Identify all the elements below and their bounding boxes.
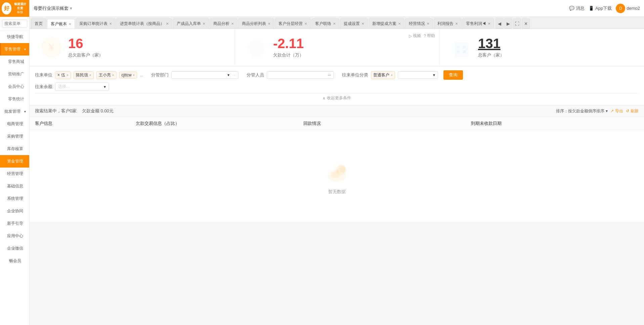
- chevron-down-icon: ▾: [24, 47, 26, 51]
- filter-dept-select[interactable]: ▾ ···: [171, 71, 239, 79]
- tab-close-icon[interactable]: ✕: [361, 22, 364, 26]
- tab-retail-profit[interactable]: 零售利润◀ ✕: [462, 19, 494, 29]
- filter-balance-select[interactable]: 选择... ▾: [55, 82, 109, 91]
- filter-label-dept: 分管部门: [151, 72, 169, 78]
- dropdown-icon: ▾: [70, 6, 72, 11]
- tab-close-icon[interactable]: ✕: [109, 22, 112, 26]
- filter-manager-select[interactable]: ···: [267, 71, 334, 79]
- diamond-icon: [245, 36, 268, 59]
- sort-selector[interactable]: 排序：按欠款金额倒序排序 ▾: [556, 108, 608, 114]
- filter-collapse-button[interactable]: ∧ 收起更多条件: [35, 95, 639, 101]
- tab-close-icon[interactable]: ✕: [166, 22, 169, 26]
- page-content: ¥ 16 总欠款客户（家） -2.11 欠款合计（万）: [30, 29, 644, 325]
- tab-close-icon[interactable]: ✕: [333, 22, 336, 26]
- tab-commission-settings[interactable]: 提成设置 ✕: [340, 19, 368, 29]
- tab-close-icon[interactable]: ✕: [398, 22, 401, 26]
- tab-add-commission[interactable]: 新增提成方案 ✕: [369, 19, 404, 29]
- svg-rect-5: [463, 46, 466, 48]
- filter-row-1: 往来单位 × 伍 × 陈民强 × 王小亮 × cjttcw ×: [35, 70, 639, 80]
- sidebar-item-wechat[interactable]: 企业微信: [0, 242, 29, 255]
- topbar: 母婴行业演示账套 ▾ 💬 消息 📱 App下载 D demo2: [30, 0, 644, 17]
- sidebar-item-ecommerce[interactable]: 电商管理: [0, 118, 29, 130]
- filter-tag-cjttcw: cjttcw ×: [119, 72, 137, 78]
- sidebar-item-system[interactable]: 系统管理: [0, 192, 29, 205]
- sidebar-item-retail-mall[interactable]: 零售商城: [0, 56, 29, 68]
- sidebar-item-operations[interactable]: 经营管理: [0, 168, 29, 180]
- tab-maximize[interactable]: ⛶: [513, 19, 521, 29]
- filter-tag-close-1[interactable]: ×: [89, 73, 91, 77]
- filter-tag-close-category[interactable]: ×: [391, 73, 393, 77]
- tab-profit-report[interactable]: 利润报告 ✕: [434, 19, 462, 29]
- app-download-button[interactable]: 📱 App下载: [589, 5, 612, 11]
- tab-scroll-right[interactable]: ▶: [504, 19, 512, 29]
- stat-info-customers: 16 总欠款客户（家）: [68, 37, 103, 58]
- sidebar-item-retail-stats[interactable]: 零售统计: [0, 93, 29, 105]
- tab-close-icon[interactable]: ✕: [231, 22, 234, 26]
- sidebar-item-quick-nav[interactable]: 快捷导航: [0, 31, 29, 43]
- chevron-down-icon: ▾: [433, 73, 435, 77]
- filter-tag-close-3[interactable]: ×: [133, 73, 135, 77]
- sidebar-item-purchase[interactable]: 采购管理: [0, 130, 29, 143]
- tab-product-analysis[interactable]: 商品分析 ✕: [210, 19, 238, 29]
- chevron-right-icon: ▾: [24, 110, 26, 113]
- chevron-down-icon: ▾: [227, 73, 229, 77]
- tab-close-all[interactable]: ✕: [522, 19, 530, 29]
- stat-card-total-customers: 131 总客户（家）: [439, 29, 644, 66]
- sidebar-item-wholesale[interactable]: 批发管理 ▾: [0, 105, 29, 118]
- sidebar-item-app-center[interactable]: 应用中心: [0, 230, 29, 242]
- sidebar-item-inventory[interactable]: 库存核算: [0, 143, 29, 155]
- filter-category-select[interactable]: ▾: [398, 71, 438, 79]
- stat-value-amount: -2.11: [273, 37, 304, 50]
- export-button[interactable]: ↗ 导出: [610, 108, 623, 114]
- messages-button[interactable]: 💬 消息: [569, 5, 585, 11]
- table-empty: 暂无数据: [30, 130, 644, 222]
- tab-purchase-order-stats[interactable]: 采购订单统计表 ✕: [76, 19, 116, 29]
- filter-tag-wangxiaoliang: 王小亮 ×: [96, 71, 117, 79]
- tab-operations[interactable]: 经营情况 ✕: [405, 19, 433, 29]
- refresh-button[interactable]: ↺ 刷新: [626, 108, 639, 114]
- logo-icon: 好: [2, 2, 11, 14]
- refresh-icon: ↺: [626, 109, 629, 113]
- tab-scroll-left[interactable]: ◀: [496, 19, 504, 29]
- tab-inbound-stats[interactable]: 进货单统计表（按商品） ✕: [116, 19, 172, 29]
- tab-close-icon[interactable]: ✕: [69, 22, 71, 26]
- tab-production-inbound[interactable]: 产成品入库单 ✕: [173, 19, 209, 29]
- sidebar-item-retail-mgmt[interactable]: 零售管理 ▾: [0, 43, 29, 56]
- filter-tag-chenminqiang: 陈民强 ×: [74, 71, 94, 79]
- tab-close-icon[interactable]: ✕: [203, 22, 205, 26]
- tab-close-icon[interactable]: ✕: [427, 22, 429, 26]
- sidebar-item-member[interactable]: 会员中心: [0, 80, 29, 93]
- video-help-button[interactable]: ▷ 视频: [409, 33, 421, 39]
- filter-tag-close-0[interactable]: ×: [67, 73, 69, 77]
- col-customer-info: 客户信息: [35, 120, 136, 127]
- sidebar-item-marketing[interactable]: 营销推广: [0, 68, 29, 80]
- tab-close-icon[interactable]: ✕: [304, 22, 307, 26]
- help-button[interactable]: ? 帮助: [424, 33, 435, 39]
- tab-customer-layering[interactable]: 客户分层经营 ✕: [275, 19, 311, 29]
- export-icon: ↗: [610, 109, 614, 113]
- tab-customer-account[interactable]: 客户账本 ✕: [47, 19, 75, 29]
- filter-more-button[interactable]: ...: [140, 73, 143, 77]
- search-input[interactable]: [2, 20, 27, 28]
- filter-tag-close-2[interactable]: ×: [112, 73, 114, 77]
- sidebar-item-member2[interactable]: 畅会员: [0, 255, 29, 267]
- filter-tag-x: × 伍 ×: [55, 71, 71, 79]
- tab-close-icon[interactable]: ✕: [488, 22, 490, 26]
- tab-close-icon[interactable]: ✕: [455, 22, 458, 26]
- user-menu[interactable]: D demo2: [616, 4, 640, 13]
- search-result-actions: 排序：按欠款金额倒序排序 ▾ ↗ 导出 ↺ 刷新: [556, 108, 639, 114]
- tab-home[interactable]: 首页: [31, 19, 46, 29]
- topbar-right: 💬 消息 📱 App下载 D demo2: [569, 4, 640, 13]
- sidebar-item-finance[interactable]: 资金管理: [0, 155, 29, 168]
- empty-text: 暂无数据: [328, 189, 346, 195]
- query-button[interactable]: 查询: [443, 70, 463, 80]
- sidebar-search-area: [0, 17, 29, 31]
- sidebar-item-newbie[interactable]: 新手引导: [0, 217, 29, 230]
- tab-product-analysis-list[interactable]: 商品分析列表 ✕: [238, 19, 274, 29]
- question-icon: ?: [424, 34, 426, 38]
- sidebar-item-enterprise-collab[interactable]: 企业协同: [0, 205, 29, 217]
- sidebar-item-basic-info[interactable]: 基础信息: [0, 180, 29, 192]
- store-selector[interactable]: 母婴行业演示账套 ▾: [34, 5, 72, 11]
- tab-customer-contact[interactable]: 客户联络 ✕: [311, 19, 339, 29]
- tab-close-icon[interactable]: ✕: [268, 22, 270, 26]
